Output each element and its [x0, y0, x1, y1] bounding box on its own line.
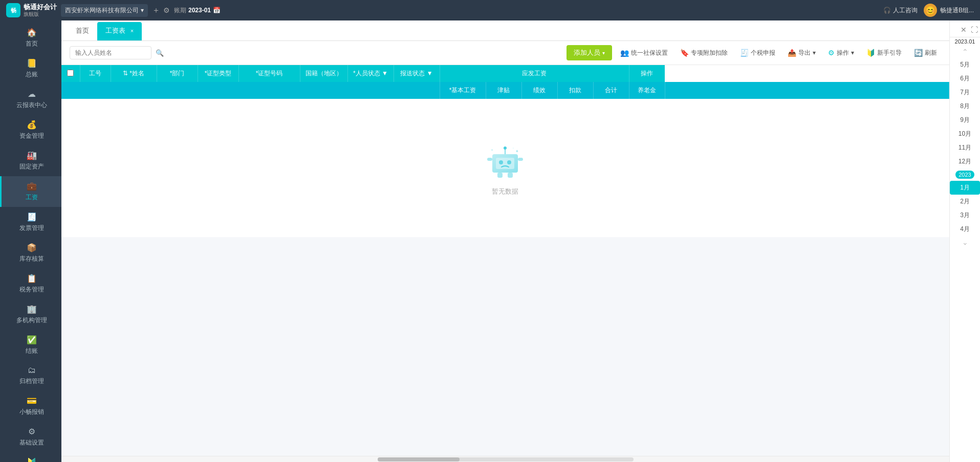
- add-person-button[interactable]: 添加人员 ▾: [567, 45, 612, 60]
- special-deduction-button[interactable]: 🔖 专项附加扣除: [676, 46, 732, 60]
- sidebar-item-label: 税务管理: [19, 285, 44, 294]
- social-icon: 👥: [620, 49, 629, 57]
- month-item-2023-2[interactable]: 2月: [950, 195, 980, 208]
- multi-icon: 🏢: [27, 304, 37, 314]
- operation-button[interactable]: ⚙ 操作 ▾: [824, 46, 858, 60]
- home-icon: 🏠: [27, 28, 37, 37]
- salary-table: 工号 ⇅ *姓名 *部门 *证型类型 *证型号码 国籍（地区） *人员状态 ▼ …: [61, 65, 949, 237]
- tab-home[interactable]: 首页: [68, 22, 97, 40]
- funds-icon: 💰: [27, 120, 37, 130]
- social-label: 统一社保设置: [631, 49, 668, 57]
- month-item-2023-3[interactable]: 3月: [950, 208, 980, 222]
- tab-close-icon[interactable]: ×: [130, 28, 134, 34]
- svg-rect-6: [487, 158, 492, 161]
- operation-arrow-icon: ▾: [851, 49, 854, 56]
- search-icon[interactable]: 🔍: [156, 49, 164, 57]
- panel-controls: ✕ ⛶: [950, 23, 980, 37]
- scroll-track[interactable]: [378, 457, 634, 461]
- month-item-2022-5[interactable]: 5月: [950, 58, 980, 72]
- month-item-2022-11[interactable]: 11月: [950, 141, 980, 155]
- month-item-2022-7[interactable]: 7月: [950, 86, 980, 99]
- close-panel-icon[interactable]: ✕: [961, 26, 967, 34]
- calendar-icon[interactable]: 📅: [213, 7, 221, 14]
- tab-salary-label: 工资表: [105, 27, 125, 34]
- scroll-up-icon[interactable]: ⌃: [962, 46, 968, 58]
- export-arrow-icon: ▾: [813, 49, 816, 56]
- status-filter-icon[interactable]: ▼: [382, 70, 388, 77]
- expand-panel-icon[interactable]: ⛶: [971, 26, 978, 34]
- sidebar-item-label: 归档管理: [19, 377, 44, 386]
- inventory-icon: 📦: [27, 243, 37, 253]
- toolbar: 🔍 添加人员 ▾ 👥 统一社保设置 🔖 专项附加扣除 🧾 个税申报 📤 导出: [61, 41, 949, 65]
- month-item-2022-8[interactable]: 8月: [950, 99, 980, 113]
- search-input[interactable]: [70, 46, 151, 59]
- main-layout: 🏠 首页 📒 总账 ☁ 云报表中心 💰 资金管理 🏭 固定资产 💼 工资 🧾 发…: [0, 20, 980, 462]
- refresh-icon: 🔄: [914, 49, 923, 57]
- sidebar-item-ledger[interactable]: 📒 总账: [0, 53, 61, 84]
- sidebar-item-label: 库存核算: [19, 255, 44, 263]
- th-empty-spacer: [61, 82, 440, 99]
- setting-icon[interactable]: ⚙: [163, 6, 170, 14]
- th-no: 工号: [80, 65, 111, 82]
- service-button[interactable]: 🎧 人工咨询: [883, 6, 918, 15]
- th-dept: *部门: [157, 65, 198, 82]
- guide-label: 新手引导: [877, 49, 902, 57]
- sidebar-item-multi[interactable]: 🏢 多机构管理: [0, 299, 61, 330]
- sidebar-item-settings[interactable]: ⚙ 基础设置: [0, 422, 61, 452]
- sidebar-item-guide[interactable]: 🔰 新手引导: [0, 452, 61, 462]
- sidebar-item-tax[interactable]: 📋 税务管理: [0, 268, 61, 299]
- sidebar-item-salary[interactable]: 💼 工资: [0, 176, 61, 207]
- svg-text:✦: ✦: [491, 149, 493, 152]
- svg-rect-8: [497, 173, 503, 178]
- sidebar-item-settle[interactable]: ✅ 结账: [0, 330, 61, 361]
- export-button[interactable]: 📤 导出 ▾: [783, 46, 820, 60]
- sidebar-item-label: 小畅报销: [19, 408, 44, 416]
- sidebar-item-label: 工资: [26, 193, 38, 202]
- month-item-2022-9[interactable]: 9月: [950, 113, 980, 127]
- export-icon: 📤: [788, 49, 796, 57]
- company-selector[interactable]: 西安虾米网络科技有限公司 ▾: [61, 4, 148, 17]
- refresh-button[interactable]: 🔄 刷新: [910, 46, 941, 60]
- scroll-thumb[interactable]: [378, 457, 460, 461]
- sidebar-item-invoice[interactable]: 🧾 发票管理: [0, 207, 61, 238]
- settings-icon: ⚙: [28, 427, 35, 436]
- user-name: 畅捷通B组...: [940, 6, 974, 15]
- sidebar-item-assets[interactable]: 🏭 固定资产: [0, 145, 61, 176]
- sidebar-item-label: 基础设置: [19, 438, 44, 447]
- empty-text: 暂无数据: [492, 187, 518, 196]
- avatar: 😊: [924, 4, 937, 17]
- sidebar-item-expense[interactable]: 💳 小畅报销: [0, 391, 61, 422]
- scroll-down-icon[interactable]: ⌄: [962, 236, 968, 248]
- month-item-2023-4[interactable]: 4月: [950, 222, 980, 236]
- month-item-2022-6[interactable]: 6月: [950, 72, 980, 86]
- tab-salary[interactable]: 工资表 ×: [97, 22, 142, 40]
- tax-report-button[interactable]: 🧾 个税申报: [736, 46, 779, 60]
- tab-bar: 首页 工资表 ×: [61, 20, 949, 41]
- sidebar-item-inventory[interactable]: 📦 库存核算: [0, 238, 61, 268]
- month-item-2022-10[interactable]: 10月: [950, 127, 980, 141]
- operation-icon: ⚙: [828, 49, 835, 57]
- sidebar-item-report[interactable]: ☁ 云报表中心: [0, 84, 61, 115]
- select-all-checkbox[interactable]: [67, 70, 74, 76]
- month-item-2022-12[interactable]: 12月: [950, 155, 980, 169]
- user-area[interactable]: 😊 畅捷通B组...: [924, 4, 974, 17]
- sidebar-item-archive[interactable]: 🗂 归档管理: [0, 361, 61, 391]
- settle-icon: ✅: [27, 335, 37, 345]
- month-item-2023-1[interactable]: 1月: [950, 181, 980, 195]
- add-company-icon[interactable]: ＋: [152, 5, 160, 16]
- logo-sub: 旗舰版: [24, 11, 57, 17]
- th-idtype: *证型类型: [198, 65, 238, 82]
- period-value: 2023-01: [188, 7, 211, 14]
- svg-rect-1: [496, 158, 514, 169]
- sidebar-item-funds[interactable]: 💰 资金管理: [0, 115, 61, 145]
- current-year-badge[interactable]: 2023: [955, 171, 974, 179]
- sort-icon: ⇅: [123, 70, 128, 77]
- th-report: 报送状态 ▼: [394, 65, 440, 82]
- headset-icon: 🎧: [883, 7, 891, 14]
- guide-button[interactable]: 🔰 新手引导: [862, 46, 906, 60]
- th-checkbox[interactable]: [61, 65, 80, 82]
- right-panel: ✕ ⛶ 2023.01 ⌃ 5月 6月 7月 8月 9月 10月 11月 12月…: [949, 20, 980, 462]
- social-insurance-button[interactable]: 👥 统一社保设置: [616, 46, 672, 60]
- sidebar-item-home[interactable]: 🏠 首页: [0, 23, 61, 53]
- report-filter-icon[interactable]: ▼: [427, 70, 433, 77]
